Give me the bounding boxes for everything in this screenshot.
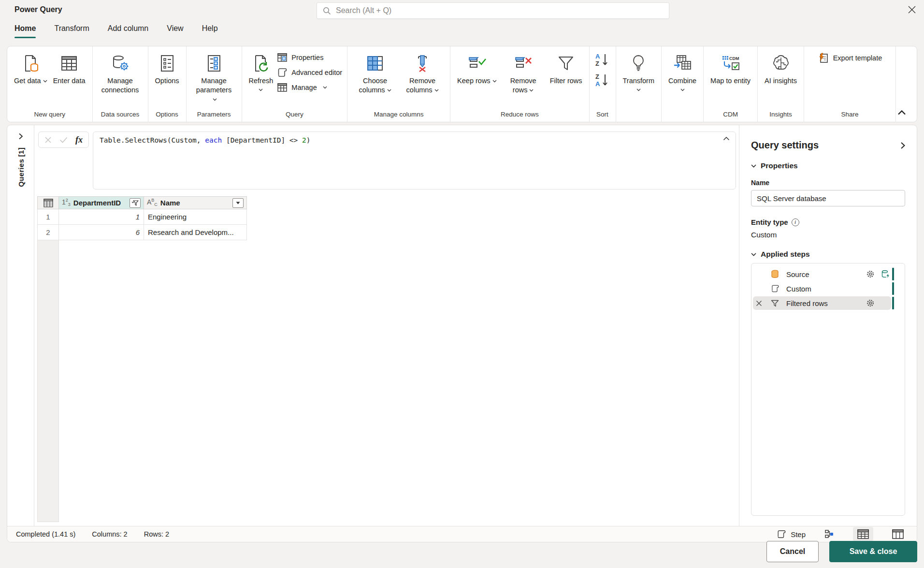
- advanced-editor-button[interactable]: Advanced editor: [277, 67, 342, 78]
- column-header-departmentid[interactable]: 123 DepartmentID: [59, 196, 144, 209]
- step-settings-gear-icon[interactable]: [866, 299, 875, 307]
- step-folding-bar: [892, 268, 894, 280]
- sort-descending-button[interactable]: ZA: [594, 73, 611, 88]
- get-data-button[interactable]: Get data: [12, 51, 49, 87]
- tab-transform[interactable]: Transform: [54, 24, 89, 38]
- grid-gutter-filler: [37, 240, 734, 522]
- ai-insights-button[interactable]: AI insights: [763, 51, 799, 87]
- manage-parameters-button[interactable]: Manage parameters: [191, 51, 237, 105]
- group-label-insights: Insights: [768, 110, 793, 120]
- query-editor-area: fx Table.SelectRows(Custom, each [Depart…: [34, 125, 739, 526]
- formula-commit-icon[interactable]: [59, 137, 68, 143]
- row-number[interactable]: 1: [37, 209, 59, 225]
- cell-departmentid[interactable]: 6: [59, 225, 144, 240]
- properties-button[interactable]: Properties: [277, 52, 342, 63]
- status-completed: Completed (1.41 s): [16, 530, 75, 538]
- chevron-down-icon: [529, 89, 534, 92]
- properties-section-header[interactable]: Properties: [751, 161, 905, 170]
- delete-step-icon[interactable]: [756, 300, 762, 306]
- filter-rows-button[interactable]: Filter rows: [548, 51, 584, 87]
- close-icon[interactable]: [908, 5, 916, 14]
- chevron-down-icon: [323, 86, 327, 89]
- dialog-footer: Cancel Save & close: [766, 541, 917, 562]
- manage-connections-button[interactable]: Manage connections: [98, 51, 143, 96]
- cell-name[interactable]: Research and Developm...: [144, 225, 247, 240]
- transform-button[interactable]: Transform: [621, 51, 657, 92]
- combine-button[interactable]: Combine: [666, 51, 698, 92]
- keep-rows-button[interactable]: Keep rows: [455, 51, 499, 87]
- remove-columns-button[interactable]: Remove columns: [400, 51, 445, 96]
- query-name-input[interactable]: [751, 190, 905, 206]
- choose-columns-button[interactable]: Choose columns: [352, 51, 398, 96]
- applied-steps-list: Source Custom: [751, 263, 905, 516]
- info-icon[interactable]: i: [792, 218, 799, 226]
- get-data-icon: [21, 52, 40, 74]
- query-settings-title: Query settings: [751, 140, 819, 151]
- choose-columns-icon: [365, 52, 385, 74]
- formula-input[interactable]: Table.SelectRows(Custom, each [Departmen…: [93, 131, 736, 189]
- script-icon: [771, 284, 780, 293]
- schema-view-button[interactable]: [888, 527, 908, 541]
- step-filtered-rows[interactable]: Filtered rows: [751, 296, 905, 310]
- group-label-sort: Sort: [595, 110, 609, 120]
- tab-view[interactable]: View: [167, 24, 183, 38]
- sort-ascending-button[interactable]: AZ: [594, 52, 611, 68]
- select-all-cell[interactable]: [37, 196, 59, 209]
- fx-icon: fx: [75, 135, 83, 145]
- step-settings-gear-icon[interactable]: [866, 270, 875, 278]
- export-template-icon: [818, 52, 829, 64]
- data-view-button[interactable]: [853, 527, 873, 541]
- options-icon: [159, 52, 176, 74]
- formula-cancel-icon[interactable]: [44, 136, 52, 144]
- row-number[interactable]: 2: [37, 225, 59, 240]
- tab-help[interactable]: Help: [202, 24, 218, 38]
- tab-home[interactable]: Home: [14, 24, 36, 38]
- enter-data-button[interactable]: Enter data: [51, 51, 87, 87]
- ribbon-group-query: Refresh Properties Advanced editor Manag…: [242, 46, 348, 122]
- query-dependencies-button[interactable]: [820, 527, 838, 541]
- queries-pane-label[interactable]: Queries [1]: [16, 147, 25, 187]
- export-template-button[interactable]: Export template: [818, 52, 882, 64]
- keep-rows-icon: [467, 52, 487, 74]
- chevron-down-icon: [213, 98, 217, 101]
- step-view-button[interactable]: Step: [777, 529, 806, 539]
- manage-query-button[interactable]: Manage: [277, 82, 342, 93]
- cell-departmentid[interactable]: 1: [59, 209, 144, 225]
- collapse-panel-icon[interactable]: [900, 142, 905, 149]
- refresh-button[interactable]: Refresh: [247, 51, 275, 92]
- expand-queries-pane-icon[interactable]: [18, 133, 23, 140]
- cancel-button[interactable]: Cancel: [766, 541, 819, 562]
- map-to-entity-button[interactable]: CDM Map to entity: [708, 51, 752, 87]
- title-bar: Power Query: [0, 0, 924, 21]
- options-button[interactable]: Options: [153, 51, 181, 87]
- step-custom[interactable]: Custom: [751, 281, 905, 296]
- editor-workspace: Queries [1] fx Table.SelectRows(Custom, …: [7, 125, 917, 542]
- enter-data-icon: [59, 52, 79, 74]
- grid-header-row: 123 DepartmentID ABC Name: [37, 196, 734, 209]
- remove-rows-icon: [514, 52, 533, 74]
- search-box[interactable]: [317, 2, 669, 19]
- ribbon-group-combine: Combine: [662, 46, 704, 122]
- save-and-close-button[interactable]: Save & close: [829, 541, 917, 562]
- search-input[interactable]: [336, 6, 663, 15]
- ribbon-tabs: Home Transform Add column View Help: [14, 24, 218, 38]
- group-label-parameters: Parameters: [196, 110, 232, 120]
- ribbon-group-options: Options Options: [148, 46, 187, 122]
- remove-rows-button[interactable]: Remove rows: [501, 51, 546, 96]
- collapse-formula-bar-icon[interactable]: [723, 136, 730, 141]
- manage-query-icon: [277, 82, 288, 93]
- departmentid-filter-button[interactable]: [130, 198, 141, 208]
- group-label-combine: [681, 117, 683, 120]
- svg-text:A: A: [595, 80, 600, 87]
- column-header-name[interactable]: ABC Name: [144, 196, 247, 209]
- queries-pane-collapsed: Queries [1]: [7, 125, 34, 526]
- query-folding-indicator-icon[interactable]: [881, 270, 890, 279]
- cell-name[interactable]: Engineering: [144, 209, 247, 225]
- group-label-manage-columns: Manage columns: [373, 110, 425, 120]
- step-source[interactable]: Source: [751, 267, 905, 281]
- svg-text:Z: Z: [595, 73, 599, 80]
- applied-steps-section-header[interactable]: Applied steps: [751, 250, 905, 259]
- tab-add-column[interactable]: Add column: [108, 24, 149, 38]
- name-filter-button[interactable]: [232, 198, 244, 208]
- collapse-ribbon-icon[interactable]: [897, 110, 906, 115]
